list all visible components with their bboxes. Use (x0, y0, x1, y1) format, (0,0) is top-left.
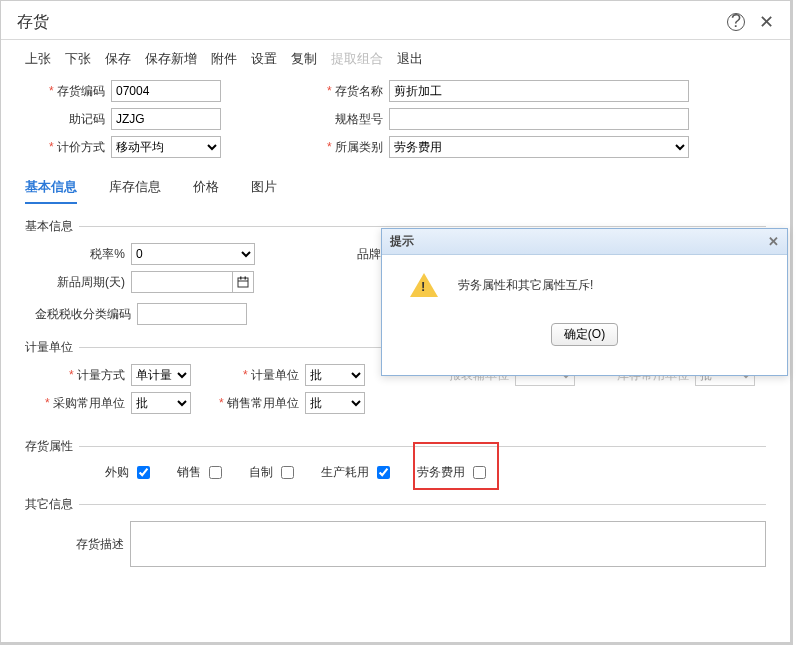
calendar-icon[interactable] (232, 271, 254, 293)
purchase-unit-label: 采购常用单位 (25, 395, 131, 412)
toolbar-extract: 提取组合 (331, 50, 383, 68)
code-label: 存货编码 (25, 83, 111, 100)
unit-select[interactable]: 批 (305, 364, 365, 386)
alert-dialog: 提示 ✕ 劳务属性和其它属性互斥! 确定(O) (381, 228, 788, 376)
help-icon[interactable]: ? (727, 13, 745, 31)
mnemonic-label: 助记码 (25, 111, 111, 128)
alert-close-icon[interactable]: ✕ (768, 234, 779, 249)
toolbar-prev[interactable]: 上张 (25, 50, 51, 68)
newcycle-label: 新品周期(天) (25, 274, 131, 291)
tax-select[interactable]: 0 (131, 243, 255, 265)
mnemonic-input[interactable] (111, 108, 221, 130)
tab-price[interactable]: 价格 (193, 178, 219, 204)
attr-sell[interactable]: 销售 (177, 463, 225, 482)
toolbar: 上张 下张 保存 保存新增 附件 设置 复制 提取组合 退出 (1, 40, 790, 76)
attr-consume[interactable]: 生产耗用 (321, 463, 393, 482)
alert-title: 提示 (390, 233, 414, 250)
spec-label: 规格型号 (303, 111, 389, 128)
window-title: 存货 (17, 12, 49, 33)
newcycle-input[interactable] (131, 271, 233, 293)
desc-label: 存货描述 (25, 536, 130, 553)
alert-ok-button[interactable]: 确定(O) (551, 323, 618, 346)
toolbar-next[interactable]: 下张 (65, 50, 91, 68)
attr-buy[interactable]: 外购 (105, 463, 153, 482)
tab-bar: 基本信息 库存信息 价格 图片 (25, 164, 766, 204)
purchase-unit-select[interactable]: 批 (131, 392, 191, 414)
toolbar-save[interactable]: 保存 (105, 50, 131, 68)
unit-mode-label: 计量方式 (25, 367, 131, 384)
tab-stock[interactable]: 库存信息 (109, 178, 161, 204)
tax-label: 税率% (25, 246, 131, 263)
name-input[interactable] (389, 80, 689, 102)
sales-unit-label: 销售常用单位 (215, 395, 305, 412)
svg-rect-2 (240, 277, 242, 280)
tab-image[interactable]: 图片 (251, 178, 277, 204)
tab-basic[interactable]: 基本信息 (25, 178, 77, 204)
titlebar: 存货 ? ✕ (1, 1, 790, 40)
svg-rect-0 (238, 278, 248, 287)
spec-input[interactable] (389, 108, 689, 130)
attr-labor[interactable]: 劳务费用 (417, 463, 489, 482)
desc-textarea[interactable] (130, 521, 766, 567)
toolbar-save-new[interactable]: 保存新增 (145, 50, 197, 68)
unit-mode-select[interactable]: 单计量 (131, 364, 191, 386)
code-input[interactable] (111, 80, 221, 102)
section-other: 其它信息 (25, 496, 766, 513)
gtax-label: 金税税收分类编码 (25, 306, 137, 323)
name-label: 存货名称 (303, 83, 389, 100)
sales-unit-select[interactable]: 批 (305, 392, 365, 414)
alert-message: 劳务属性和其它属性互斥! (458, 277, 593, 294)
unit-label: 计量单位 (215, 367, 305, 384)
category-label: 所属类别 (303, 139, 389, 156)
pricing-select[interactable]: 移动平均 (111, 136, 221, 158)
svg-rect-3 (245, 277, 247, 280)
gtax-input[interactable] (137, 303, 247, 325)
toolbar-attach[interactable]: 附件 (211, 50, 237, 68)
close-icon[interactable]: ✕ (759, 11, 774, 33)
warning-icon (410, 273, 438, 297)
toolbar-exit[interactable]: 退出 (397, 50, 423, 68)
section-attr: 存货属性 (25, 438, 766, 455)
toolbar-copy[interactable]: 复制 (291, 50, 317, 68)
category-select[interactable]: 劳务费用 (389, 136, 689, 158)
toolbar-settings[interactable]: 设置 (251, 50, 277, 68)
pricing-label: 计价方式 (25, 139, 111, 156)
attr-self[interactable]: 自制 (249, 463, 297, 482)
